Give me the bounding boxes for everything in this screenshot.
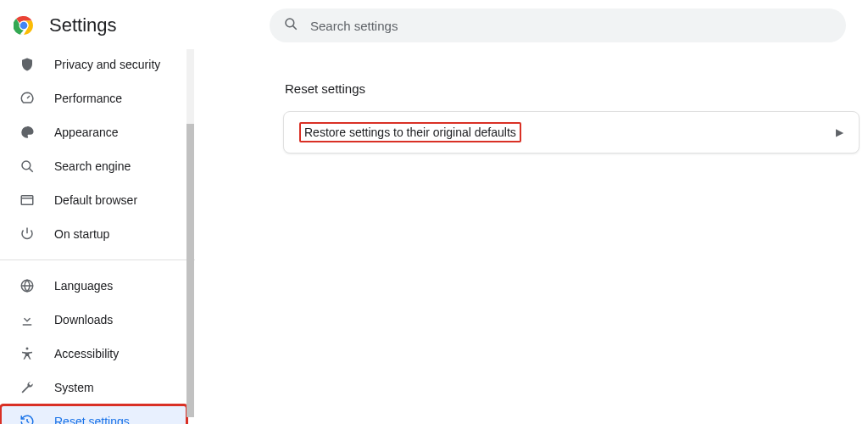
sidebar-item-default-browser[interactable]: Default browser — [0, 183, 187, 217]
svg-line-15 — [27, 421, 29, 423]
svg-point-3 — [286, 19, 294, 27]
chevron-right-icon: ▶ — [836, 126, 843, 138]
sidebar: Privacy and security Performance Appeara… — [0, 49, 195, 424]
sidebar-item-search-engine[interactable]: Search engine — [0, 149, 187, 183]
sidebar-item-downloads[interactable]: Downloads — [0, 303, 187, 337]
globe-icon — [19, 277, 36, 294]
sidebar-item-label: Appearance — [54, 126, 119, 139]
svg-line-5 — [27, 96, 30, 98]
svg-point-2 — [20, 22, 28, 30]
svg-rect-8 — [21, 196, 33, 205]
svg-point-13 — [26, 348, 29, 350]
download-icon — [19, 311, 36, 328]
section-title: Reset settings — [285, 81, 860, 96]
svg-line-7 — [30, 169, 33, 172]
svg-point-6 — [22, 161, 31, 170]
power-icon — [19, 226, 36, 243]
settings-app: Settings Privacy and security Performanc… — [0, 0, 868, 424]
body: Privacy and security Performance Appeara… — [0, 49, 868, 424]
sidebar-item-reset-settings[interactable]: Reset settings — [0, 404, 187, 424]
sidebar-item-label: Reset settings — [54, 415, 130, 424]
sidebar-item-label: Downloads — [54, 313, 113, 326]
scrollbar-thumb[interactable] — [186, 124, 194, 417]
sidebar-item-on-startup[interactable]: On startup — [0, 217, 187, 251]
sidebar-item-appearance[interactable]: Appearance — [0, 115, 187, 149]
history-icon — [19, 413, 36, 424]
sidebar-item-accessibility[interactable]: Accessibility — [0, 337, 187, 371]
scrollbar[interactable] — [186, 49, 194, 417]
searchbar[interactable] — [270, 8, 846, 42]
sidebar-item-system[interactable]: System — [0, 371, 187, 404]
chrome-logo-icon — [14, 15, 34, 36]
sidebar-item-label: Languages — [54, 279, 113, 293]
restore-defaults-label: Restore settings to their original defau… — [299, 122, 521, 142]
search-input[interactable] — [310, 19, 832, 33]
reset-card: Restore settings to their original defau… — [283, 111, 860, 153]
sidebar-item-languages[interactable]: Languages — [0, 269, 187, 303]
shield-icon — [19, 56, 36, 73]
sidebar-item-label: Privacy and security — [54, 58, 160, 71]
sidebar-item-label: Accessibility — [54, 347, 119, 360]
sidebar-item-label: Search engine — [54, 159, 131, 173]
svg-line-4 — [293, 26, 297, 30]
sidebar-item-privacy[interactable]: Privacy and security — [0, 47, 187, 81]
sidebar-item-performance[interactable]: Performance — [0, 81, 187, 115]
sidebar-item-label: Performance — [54, 92, 122, 105]
page-title: Settings — [49, 14, 117, 36]
accessibility-icon — [19, 345, 36, 362]
sidebar-item-label: Default browser — [54, 193, 137, 207]
main-content: Reset settings Restore settings to their… — [283, 49, 868, 424]
restore-defaults-row[interactable]: Restore settings to their original defau… — [284, 112, 859, 153]
sidebar-item-label: System — [54, 381, 94, 394]
browser-icon — [19, 192, 36, 209]
speed-icon — [19, 90, 36, 107]
header: Settings — [0, 0, 868, 49]
search-icon — [283, 16, 310, 35]
search-icon — [19, 158, 36, 175]
sidebar-item-label: On startup — [54, 227, 109, 241]
palette-icon — [19, 124, 36, 141]
sidebar-separator — [0, 259, 195, 260]
wrench-icon — [19, 379, 36, 396]
